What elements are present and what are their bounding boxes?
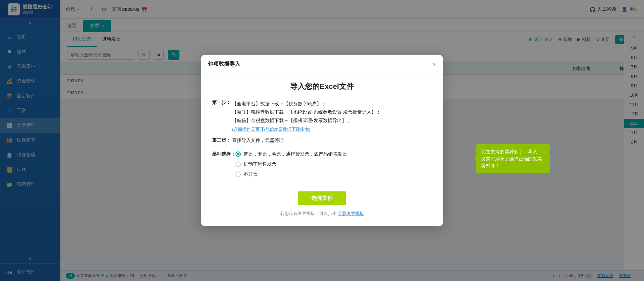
download-template-link[interactable]: 下载发票模板 — [338, 211, 364, 216]
step2-row: 第二步： 直接导入文件，无需整理 — [212, 136, 432, 144]
radio-group: 普票，专票，卷票，通行费发票，农产品销售发票 机动车销售发票 不开票 — [235, 151, 347, 181]
radio-item-1[interactable]: 机动车销售发票 — [235, 161, 347, 167]
import-modal: 销项数据导入 × 导入您的Excel文件 第一步： 【全电平台】数据下载→【税务… — [201, 55, 443, 226]
step2-content: 直接导入文件，无需整理 — [232, 136, 432, 144]
radio-circle-1 — [235, 161, 241, 167]
step1-guide-link[interactable]: (详细操作见百旺/航信发票数据下载指南) — [232, 126, 310, 131]
ticket-label: 票种选择： — [212, 151, 235, 184]
radio-circle-0 — [235, 151, 241, 157]
step1-row: 第一步： 【全电平台】数据下载→【税务数字账户】； 【百旺】税控盘数据下载→【系… — [212, 100, 432, 133]
modal-close-button[interactable]: × — [432, 61, 436, 67]
modal-main-title: 导入您的Excel文件 — [212, 81, 432, 92]
modal-body: 导入您的Excel文件 第一步： 【全电平台】数据下载→【税务数字账户】； 【百… — [201, 73, 443, 226]
radio-item-0[interactable]: 普票，专票，卷票，通行费发票，农产品销售发票 — [235, 151, 347, 157]
ticket-selection-row: 票种选择： 普票，专票，卷票，通行费发票，农产品销售发票 机动车销售发票 不开票 — [212, 151, 432, 184]
radio-item-2[interactable]: 不开票 — [235, 171, 347, 177]
modal-title: 销项数据导入 — [208, 61, 240, 68]
radio-circle-2 — [235, 171, 241, 177]
step2-label: 第二步： — [212, 137, 232, 143]
tooltip-bubble: × 现在支持的票种多了，导入发票时别忘了选择正确的发票类型呀！ — [476, 144, 550, 173]
select-file-button[interactable]: 选择文件 — [298, 191, 346, 205]
step1-content: 【全电平台】数据下载→【税务数字账户】； 【百旺】税控盘数据下载→【系统设置-系… — [232, 100, 432, 133]
tooltip-text: 现在支持的票种多了，导入发票时别忘了选择正确的发票类型呀！ — [481, 149, 542, 168]
modal-header: 销项数据导入 × — [201, 55, 443, 73]
tooltip-connector-dot — [476, 151, 479, 155]
modal-footer: 若您没有发票模板，可以点击 下载发票模板 — [212, 210, 432, 216]
tooltip-close-button[interactable]: × — [543, 148, 545, 155]
step1-label: 第一步： — [212, 100, 232, 133]
